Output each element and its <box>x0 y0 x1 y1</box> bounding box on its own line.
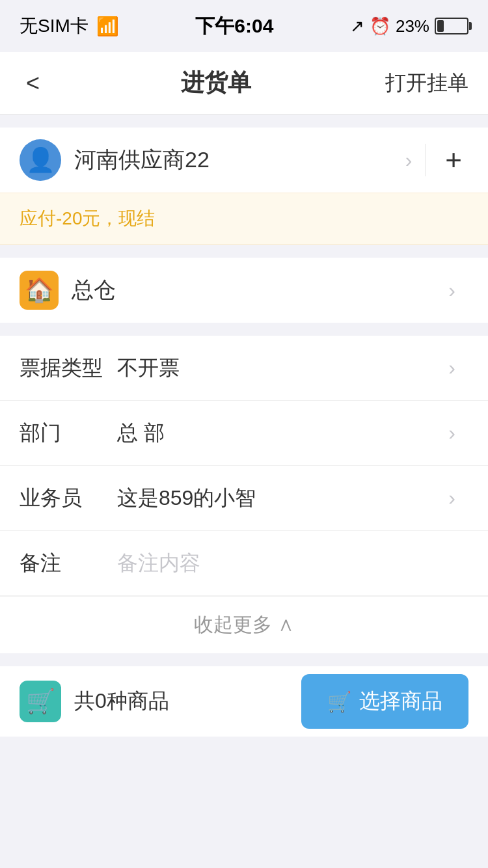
alarm-icon: ⏰ <box>370 16 390 36</box>
warehouse-row[interactable]: 🏠 总仓 › <box>0 258 488 323</box>
dept-chevron-icon: › <box>448 421 455 445</box>
supplier-section: 👤 河南供应商22 › + 应付-20元，现结 <box>0 128 488 245</box>
avatar: 👤 <box>20 139 61 181</box>
dept-value: 总 部 <box>111 419 448 448</box>
select-btn-label: 选择商品 <box>359 687 442 716</box>
invoice-value: 不开票 <box>111 354 448 383</box>
status-bar: 无SIM卡 📶 下午6:04 ↗ ⏰ 23% <box>0 0 488 52</box>
wifi-icon: 📶 <box>96 16 119 37</box>
warehouse-section: 🏠 总仓 › <box>0 258 488 323</box>
divider-1 <box>0 245 488 258</box>
warehouse-icon: 🏠 <box>20 271 59 310</box>
bottom-bar: 🛒 共0种商品 🛒 选择商品 <box>0 666 488 737</box>
supplier-row[interactable]: 👤 河南供应商22 › + <box>0 128 488 193</box>
invoice-label: 票据类型 <box>20 354 111 383</box>
house-icon: 🏠 <box>25 277 54 304</box>
select-icon: 🛒 <box>327 690 351 713</box>
dept-row[interactable]: 部门 总 部 › <box>0 401 488 466</box>
status-right: ↗ ⏰ 23% <box>350 16 468 36</box>
sales-row[interactable]: 业务员 这是859的小智 › <box>0 466 488 531</box>
remark-label: 备注 <box>20 549 111 578</box>
warehouse-label: 总仓 <box>72 275 448 305</box>
location-icon: ↗ <box>350 16 364 36</box>
select-product-button[interactable]: 🛒 选择商品 <box>301 674 468 729</box>
invoice-row[interactable]: 票据类型 不开票 › <box>0 336 488 401</box>
sales-value: 这是859的小智 <box>111 484 448 513</box>
chevron-right-icon: › <box>405 148 413 172</box>
page-title: 进货单 <box>181 67 251 99</box>
status-time: 下午6:04 <box>195 13 273 40</box>
warehouse-chevron-icon: › <box>448 278 455 303</box>
add-button[interactable]: + <box>439 144 468 176</box>
top-divider <box>0 115 488 128</box>
product-count: 共0种商品 <box>74 687 301 716</box>
notice-banner: 应付-20元，现结 <box>0 193 488 245</box>
notice-text: 应付-20元，现结 <box>20 208 155 228</box>
remark-row[interactable]: 备注 备注内容 <box>0 531 488 596</box>
collapse-label: 收起更多 ∧ <box>194 612 293 638</box>
sales-chevron-icon: › <box>448 486 455 510</box>
vertical-divider <box>425 144 426 176</box>
nav-bar: < 进货单 打开挂单 <box>0 52 488 115</box>
cart-icon: 🛒 <box>26 688 55 715</box>
back-button[interactable]: < <box>20 63 46 103</box>
collapse-row[interactable]: 收起更多 ∧ <box>0 596 488 653</box>
carrier-label: 无SIM卡 <box>20 14 88 38</box>
battery-label: 23% <box>396 16 429 36</box>
form-section: 票据类型 不开票 › 部门 总 部 › 业务员 这是859的小智 › 备注 备注… <box>0 336 488 653</box>
battery-fill <box>437 20 444 32</box>
supplier-name: 河南供应商22 <box>74 145 405 175</box>
status-left: 无SIM卡 📶 <box>20 14 119 38</box>
avatar-icon: 👤 <box>26 146 55 174</box>
remark-input[interactable]: 备注内容 <box>111 549 468 578</box>
battery-icon <box>435 18 468 34</box>
open-pending-button[interactable]: 打开挂单 <box>385 69 468 98</box>
invoice-chevron-icon: › <box>448 356 455 380</box>
product-icon: 🛒 <box>20 681 61 722</box>
gray-bottom-area <box>0 737 488 868</box>
sales-label: 业务员 <box>20 484 111 513</box>
dept-label: 部门 <box>20 419 111 448</box>
